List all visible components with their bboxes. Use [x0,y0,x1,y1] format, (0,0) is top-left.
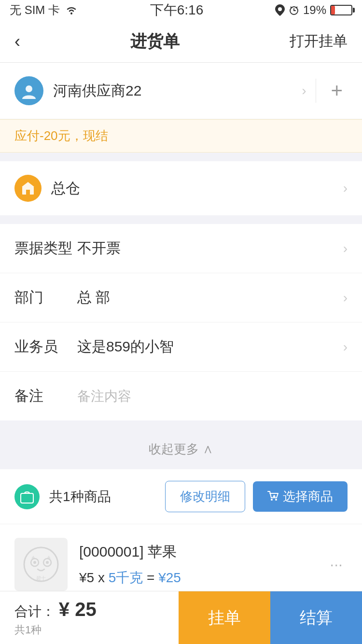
product-count-icon [14,484,40,509]
quantity: 5千克 [109,570,143,585]
select-product-button[interactable]: 选择商品 [253,481,348,512]
supplier-avatar [14,76,43,105]
status-bar-right: 19% [275,3,352,17]
svg-rect-10 [26,190,30,195]
product-title: 苹果 [148,544,177,560]
svg-point-12 [271,499,273,501]
salesperson-row[interactable]: 业务员 这是859的小智 › [0,322,362,372]
back-button[interactable]: ‹ [14,31,20,52]
status-bar-time: 下午6:16 [150,1,204,19]
supplier-row[interactable]: 河南供应商22 › + [0,63,362,119]
location-icon [275,4,285,16]
department-chevron-icon: › [343,290,348,306]
svg-marker-9 [22,182,34,187]
bottom-bar: 合计： ¥ 25 共1种 挂单 结算 [0,591,362,644]
department-label: 部门 [14,288,77,308]
total-amount: ¥ 25 [59,599,97,620]
battery-percent: 19% [303,3,326,17]
supplier-name: 河南供应商22 [53,81,302,101]
warehouse-name: 总仓 [51,179,343,198]
status-bar: 无 SIM 卡 下午6:16 19% [0,0,362,20]
warehouse-row[interactable]: 总仓 › [0,161,362,215]
products-section: 共1种商品 修改明细 选择商品 [0,469,362,604]
add-supplier-button[interactable]: + [326,79,348,102]
select-product-label: 选择商品 [283,488,333,505]
bill-type-chevron-icon: › [343,241,348,256]
main-content: 河南供应商22 › + 应付-20元，现结 总仓 › 票据类型 不开票 › [0,63,362,644]
svg-point-0 [70,13,72,14]
svg-point-19 [33,561,36,564]
department-value: 总 部 [77,288,343,308]
battery-icon [330,5,352,15]
nav-bar: ‹ 进货单 打开挂单 [0,20,362,63]
network-label: 无 SIM 卡 [10,2,60,18]
bill-type-row[interactable]: 票据类型 不开票 › [0,224,362,273]
supplier-alert: 应付-20元，现结 [0,119,362,153]
supplier-chevron-icon: › [302,83,306,98]
warehouse-section: 总仓 › [0,161,362,215]
warehouse-icon [14,175,42,202]
salesperson-value: 这是859的小智 [77,337,343,357]
product-code: [0000001] [79,544,148,560]
svg-text:碧十: 碧十 [36,575,46,581]
salesperson-chevron-icon: › [343,339,348,355]
wifi-icon [65,5,78,15]
total-section: 合计： ¥ 25 共1种 [0,599,179,637]
page-title: 进货单 [130,30,180,53]
cart-icon [267,491,279,503]
status-bar-left: 无 SIM 卡 [10,2,78,18]
svg-point-7 [26,85,32,92]
edit-detail-button[interactable]: 修改明细 [165,481,245,512]
bill-type-label: 票据类型 [14,238,77,258]
remark-input[interactable]: 备注内容 [77,387,348,406]
hang-button[interactable]: 挂单 [179,591,270,644]
equals-sign: = [143,570,158,585]
divider [316,79,316,103]
open-hang-button[interactable]: 打开挂单 [290,31,348,51]
department-row[interactable]: 部门 总 部 › [0,273,362,322]
checkout-button[interactable]: 结算 [270,591,362,644]
salesperson-label: 业务员 [14,337,77,357]
warehouse-chevron-icon: › [343,181,348,196]
collapse-toggle[interactable]: 收起更多 ∧ [0,429,362,469]
bill-type-value: 不开票 [77,238,343,258]
total-count: 共1种 [14,623,164,637]
unit-price: ¥5 x [79,570,109,585]
svg-point-13 [275,499,277,501]
owl-logo-icon: 碧十 [22,545,60,584]
svg-rect-11 [21,493,33,503]
product-name: [0000001] 苹果 [79,542,325,562]
product-info: [0000001] 苹果 ¥5 x 5千克 = ¥25 [79,542,325,587]
svg-point-1 [278,7,282,11]
svg-point-20 [46,561,49,564]
product-price-formula: ¥5 x 5千克 = ¥25 [79,569,325,587]
product-count-text: 共1种商品 [49,488,165,506]
remark-label: 备注 [14,386,77,406]
alarm-icon [289,5,299,15]
products-header: 共1种商品 修改明细 选择商品 [0,469,362,524]
product-more-button[interactable]: ··· [325,551,348,578]
subtotal: ¥25 [158,570,181,585]
supplier-section: 河南供应商22 › + 应付-20元，现结 [0,63,362,153]
total-label: 合计： [14,604,55,619]
form-section: 票据类型 不开票 › 部门 总 部 › 业务员 这是859的小智 › 备注 备注… [0,224,362,420]
remark-row[interactable]: 备注 备注内容 [0,372,362,420]
product-thumbnail: 碧十 [14,538,68,591]
